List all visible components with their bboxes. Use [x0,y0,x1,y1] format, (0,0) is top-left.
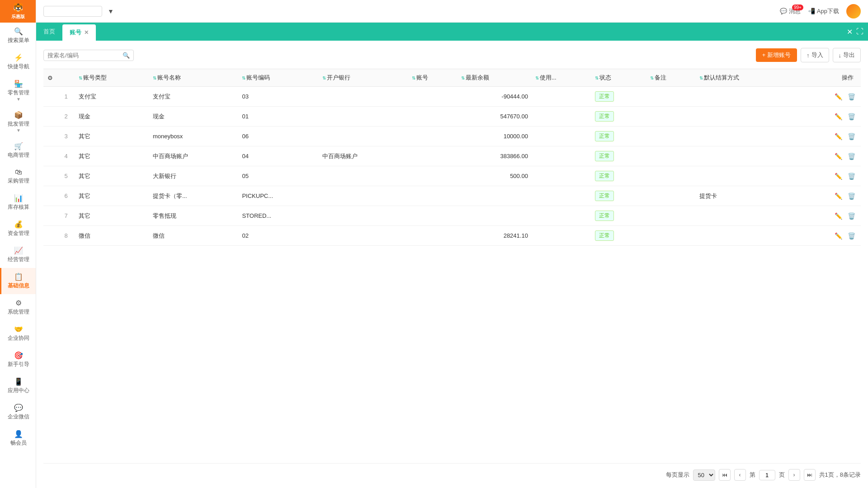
app-download-button[interactable]: 📲 App下载 [808,7,839,15]
purchase-icon: 🛍 [15,168,22,176]
row-status: 正常 [591,127,646,146]
sidebar-item-finance[interactable]: 💰 资金管理 [0,216,36,242]
sidebar-item-member[interactable]: 👤 畅会员 [0,425,36,451]
next-page-button[interactable]: › [788,469,800,481]
row-default-payment [696,107,795,127]
page-suffix: 页 [779,471,785,479]
user-avatar[interactable] [846,4,861,19]
export-button[interactable]: ↓ 导出 [833,48,861,62]
row-usage [532,146,591,166]
delete-icon[interactable]: 🗑️ [848,212,855,220]
col-actions: 操作 [795,69,861,87]
message-button[interactable]: 💬 消息 99+ [780,7,801,15]
last-page-button[interactable]: ⏭ [804,469,816,481]
row-actions: ✏️ 🗑️ [795,107,861,127]
col-usage[interactable]: ⇅使用... [532,69,591,87]
col-settings[interactable]: ⚙ [43,69,57,87]
col-account[interactable]: ⇅账号 [408,69,458,87]
edit-icon[interactable]: ✏️ [835,93,842,100]
tab-close-all-button[interactable]: ✕ [847,28,853,36]
add-account-button[interactable]: + 新增账号 [756,48,797,62]
first-page-button[interactable]: ⏮ [719,469,731,481]
row-bank: 中百商场账户 [319,146,408,166]
sidebar-item-app-center[interactable]: 📱 应用中心 [0,373,36,399]
delete-icon[interactable]: 🗑️ [848,133,855,140]
delete-icon[interactable]: 🗑️ [848,232,855,239]
sidebar-item-operations[interactable]: 📈 经营管理 [0,242,36,268]
tab-account[interactable]: 账号 ✕ [62,24,96,41]
edit-icon[interactable]: ✏️ [835,192,842,200]
sidebar-item-retail[interactable]: 🏪 零售管理 ▼ [0,75,36,106]
row-status: 正常 [591,146,646,166]
edit-icon[interactable]: ✏️ [835,173,842,180]
row-name: 微信 [149,226,239,246]
row-actions: ✏️ 🗑️ [795,87,861,107]
row-index: 1 [57,87,75,107]
sidebar-item-new-guide[interactable]: 🎯 新手引导 [0,347,36,373]
dropdown-button[interactable]: ▼ [108,8,114,15]
edit-icon[interactable]: ✏️ [835,232,842,239]
page-number-input[interactable] [759,470,775,480]
app-center-icon: 📱 [14,377,23,386]
edit-icon[interactable]: ✏️ [835,212,842,220]
member-icon: 👤 [14,430,23,438]
row-account [408,186,458,206]
tab-expand-button[interactable]: ⛶ [856,28,863,36]
sidebar-item-search-menu[interactable]: 🔍 搜索菜单 [0,23,36,49]
search-input-wrap[interactable]: 🔍 [43,50,134,61]
col-type[interactable]: ⇅账号类型 [75,69,149,87]
search-input[interactable] [47,52,120,59]
edit-icon[interactable]: ✏️ [835,113,842,120]
col-notes[interactable]: ⇅备注 [646,69,696,87]
add-account-label: + 新增账号 [762,51,791,59]
sidebar-item-system[interactable]: ⚙ 系统管理 [0,294,36,320]
import-button[interactable]: ↑ 导入 [801,48,829,62]
sidebar-item-quick-nav[interactable]: ⚡ 快捷导航 [0,49,36,75]
row-name: 大新银行 [149,166,239,186]
sidebar-item-inventory[interactable]: 📊 库存核算 [0,189,36,216]
delete-icon[interactable]: 🗑️ [848,113,855,120]
row-type: 其它 [75,206,149,226]
row-type: 支付宝 [75,87,149,107]
row-name: 支付宝 [149,87,239,107]
prev-page-button[interactable]: ‹ [734,469,746,481]
row-checkbox-cell [43,87,57,107]
col-name[interactable]: ⇅账号名称 [149,69,239,87]
col-default-payment[interactable]: ⇅默认结算方式 [696,69,795,87]
row-checkbox-cell [43,166,57,186]
col-code[interactable]: ⇅账号编码 [238,69,319,87]
row-type: 其它 [75,127,149,146]
tab-close-icon[interactable]: ✕ [84,29,89,36]
row-code: 06 [238,127,319,146]
row-bank [319,226,408,246]
row-name: 提货卡（零... [149,186,239,206]
edit-icon[interactable]: ✏️ [835,133,842,140]
account-table: ⚙ ⇅账号类型 ⇅账号名称 ⇅账号编码 ⇅开户银行 ⇅账号 ⇅最新余额 ⇅使用.… [43,69,861,246]
delete-icon[interactable]: 🗑️ [848,93,855,100]
top-header-left: ▼ [43,6,114,17]
row-balance: 500.00 [458,166,532,186]
col-balance[interactable]: ⇅最新余额 [458,69,532,87]
sidebar-item-enterprise-agreement[interactable]: 🤝 企业协同 [0,320,36,347]
sidebar-item-wholesale[interactable]: 📦 批发管理 ▼ [0,106,36,137]
sidebar-item-purchase[interactable]: 🛍 采购管理 [0,164,36,189]
toolbar-right: + 新增账号 ↑ 导入 ↓ 导出 [756,48,861,62]
col-bank[interactable]: ⇅开户银行 [319,69,408,87]
top-search-wrap[interactable] [43,6,102,17]
delete-icon[interactable]: 🗑️ [848,173,855,180]
top-search-input[interactable] [47,8,93,14]
page-size-select[interactable]: 50 [693,469,715,481]
row-name: 中百商场账户 [149,146,239,166]
sidebar-item-enterprise-wechat[interactable]: 💬 企业微信 [0,399,36,425]
finance-icon: 💰 [14,220,23,229]
delete-icon[interactable]: 🗑️ [848,192,855,200]
row-actions: ✏️ 🗑️ [795,146,861,166]
edit-icon[interactable]: ✏️ [835,153,842,160]
tab-home[interactable]: 首页 [36,23,62,41]
row-actions: ✏️ 🗑️ [795,206,861,226]
delete-icon[interactable]: 🗑️ [848,153,855,160]
sidebar-item-basic-info[interactable]: 📋 基础信息 [0,268,36,294]
sidebar-item-ecommerce[interactable]: 🛒 电商管理 [0,137,36,164]
row-notes [646,226,696,246]
col-status[interactable]: ⇅状态 [591,69,646,87]
